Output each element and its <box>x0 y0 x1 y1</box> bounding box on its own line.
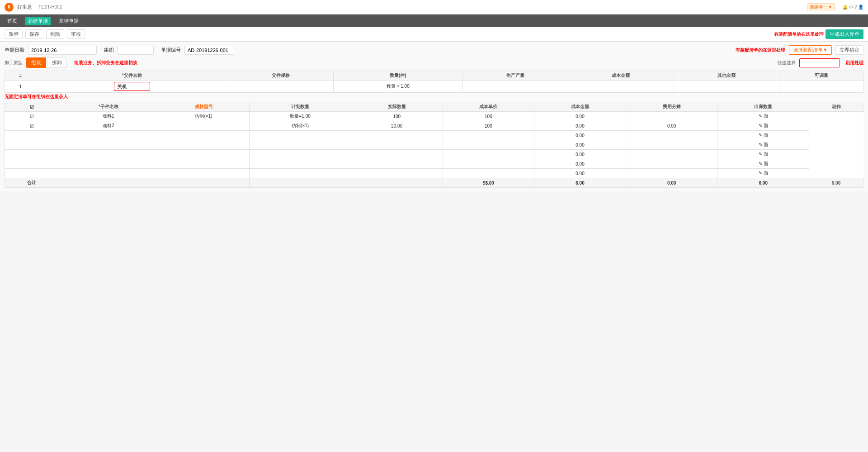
steps-area: 操作步骤： 场景一：加工类型选择 当由多个子件材料组装成一个成品的业务为【组装】… <box>123 123 854 287</box>
main-area: 组装拆卸单 ↗ 分享 功能介绍：组装拆卸单用来处理企业组装或拆卸等加工业务，支持… <box>108 0 868 452</box>
content-area: 功能介绍：组装拆卸单用来处理企业组装或拆卸等加工业务，支持有固定装配清单的产品加… <box>108 24 868 452</box>
app-mockup: 6 好生意 TEST-H002 新建单一▼ 🔔 ⚙ ? 👤 首页 新建单据 东增… <box>132 277 844 278</box>
screenshot-container: 6 好生意 TEST-H002 新建单一▼ 🔔 ⚙ ? 👤 首页 新建单据 东增… <box>132 277 844 278</box>
